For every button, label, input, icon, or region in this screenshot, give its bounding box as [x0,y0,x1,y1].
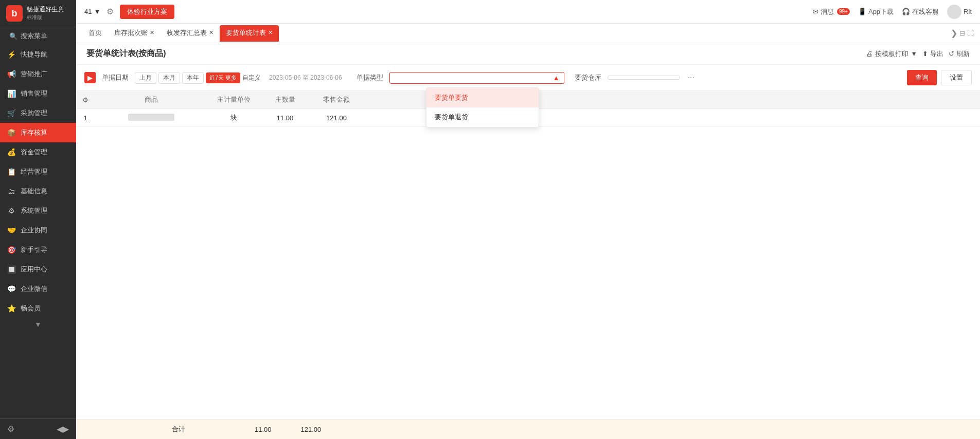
sales-icon: 📊 [6,89,16,98]
tab-receipt-summary-close[interactable]: ✕ [209,29,213,36]
dropdown-item-order-return[interactable]: 要货单退货 [426,107,539,127]
user-profile[interactable]: Rit [947,5,972,19]
print-button[interactable]: 🖨 按模板打印 ▼ [866,49,917,59]
sidebar-item-system[interactable]: ⚙ 系统管理 [0,201,76,221]
sidebar-item-base-info[interactable]: 🗂 基础信息 [0,181,76,201]
export-icon: ⬆ [922,50,928,58]
sidebar-item-finance[interactable]: 💰 资金管理 [0,142,76,162]
sidebar-item-app-center[interactable]: 🔲 应用中心 [0,260,76,279]
finance-icon: 💰 [6,148,16,156]
date-custom-btn[interactable]: 自定义 [242,74,261,82]
row-num: 1 [76,109,95,127]
store-num: 41 [84,8,92,15]
more-filters-button[interactable]: ··· [688,73,694,82]
date-btn-last-month[interactable]: 上月 [135,72,156,84]
inventory-icon: 📦 [6,129,16,137]
sidebar-logo: b 畅捷通好生意 标准版 [0,0,76,27]
warehouse-label: 要货仓库 [575,73,601,82]
row-goods [95,109,208,127]
sidebar-item-inventory[interactable]: 📦 库存核算 [0,123,76,142]
trial-button[interactable]: 体验行业方案 [120,5,174,19]
gear-icon[interactable]: ⚙ [106,7,114,16]
sidebar-item-marketing[interactable]: 📢 营销推广 [0,64,76,84]
date-btn-this-month[interactable]: 本月 [158,72,180,84]
query-button[interactable]: 查询 [907,70,937,85]
col-settings[interactable]: ⚙ [76,91,95,109]
sidebar-item-label: 营销推广 [21,69,47,79]
col-goods-header: 商品 [95,91,208,109]
page-header-actions: 🖨 按模板打印 ▼ ⬆ 导出 ↺ 刷新 [866,49,970,59]
page-header: 要货单统计表(按商品) 🖨 按模板打印 ▼ ⬆ 导出 ↺ 刷新 [76,43,980,65]
page-content: 要货单统计表(按商品) 🖨 按模板打印 ▼ ⬆ 导出 ↺ 刷新 ▶ [76,43,980,439]
sidebar-item-sales[interactable]: 📊 销售管理 [0,84,76,103]
cooperation-icon: 🤝 [6,226,16,234]
sidebar-search[interactable]: 🔍 搜索菜单 [0,27,76,45]
print-chevron-icon: ▼ [911,50,917,58]
dropdown-item-order-goods[interactable]: 要货单要货 [426,88,539,107]
tabs-fullscreen-icon[interactable]: ⛶ [967,29,974,37]
sidebar-item-wechat[interactable]: 💬 企业微信 [0,279,76,299]
tabs-expand-button[interactable]: ❯ [951,28,957,38]
tab-inventory-batch[interactable]: 库存批次账 ✕ [108,25,161,42]
tab-home[interactable]: 首页 [82,25,108,42]
sidebar-item-purchase[interactable]: 🛒 采购管理 [0,103,76,123]
app-download-label: App下载 [868,7,894,16]
date-btn-this-year[interactable]: 本年 [182,72,204,84]
settings-icon[interactable]: ⚙ [7,424,14,434]
purchase-icon: 🛒 [6,109,16,117]
store-selector[interactable]: 41 ▼ [84,8,100,15]
type-input[interactable]: ▲ [389,72,564,84]
page-title: 要货单统计表(按商品) [86,48,166,59]
messages-button[interactable]: ✉ 消息 99+ [813,7,850,16]
message-label: 消息 [821,7,834,16]
sidebar: b 畅捷通好生意 标准版 🔍 搜索菜单 ⚡ 快捷导航 📢 营销推广 📊 销售管理… [0,0,76,439]
scroll-down-icon[interactable]: ▼ [34,320,42,328]
service-icon: 🎧 [902,8,910,15]
footer-label: 合计 [172,425,185,434]
tab-order-summary[interactable]: 要货单统计表 ✕ [220,25,279,42]
table-area: ⚙ 商品 主计量单位 主数量 零售金额 1 块 [76,91,980,419]
message-badge: 99+ [837,8,850,15]
sidebar-item-label: 库存核算 [21,128,47,137]
tab-home-label: 首页 [88,28,102,38]
sidebar-item-label: 基础信息 [21,187,47,196]
app-logo-icon: b [6,5,23,22]
sidebar-item-cooperation[interactable]: 🤝 企业协同 [0,221,76,240]
tab-inventory-batch-close[interactable]: ✕ [150,29,154,36]
settings-button[interactable]: 设置 [941,70,972,85]
date-btn-more[interactable]: 近7天 更多 [206,72,240,83]
refresh-button[interactable]: ↺ 刷新 [949,49,970,59]
warehouse-input[interactable] [608,76,680,80]
export-label: 导出 [930,49,943,59]
sidebar-item-guide[interactable]: 🎯 新手引导 [0,240,76,260]
download-icon: 📱 [858,8,866,15]
tab-receipt-summary[interactable]: 收发存汇总表 ✕ [161,25,220,42]
print-label: 按模板打印 [875,49,908,59]
app-sub: 标准版 [27,14,64,21]
chevron-right-icon: ❯ [951,28,957,38]
sidebar-item-label: 系统管理 [21,206,47,215]
dropdown-item-label: 要货单退货 [435,113,468,121]
sidebar-item-label: 新手引导 [21,245,47,254]
search-label: 搜索菜单 [21,31,47,41]
sidebar-item-vip[interactable]: ⭐ 畅会员 [0,299,76,318]
app-download-button[interactable]: 📱 App下载 [858,7,894,16]
type-dropdown: 要货单要货 要货单退货 [426,87,539,127]
main-area: 41 ▼ ⚙ 体验行业方案 ✉ 消息 99+ 📱 App下载 🎧 在线客服 R [76,0,980,439]
base-info-icon: 🗂 [6,187,16,195]
search-icon: 🔍 [9,32,17,40]
header-left: 41 ▼ ⚙ 体验行业方案 [84,5,174,19]
sidebar-item-operations[interactable]: 📋 经营管理 [0,162,76,181]
row-qty: 11.00 [259,109,311,127]
export-button[interactable]: ⬆ 导出 [922,49,943,59]
sidebar-item-quick-nav[interactable]: ⚡ 快捷导航 [0,45,76,64]
refresh-icon: ↺ [949,50,954,58]
col-unit-header: 主计量单位 [208,91,259,109]
tab-order-summary-close[interactable]: ✕ [268,29,273,36]
online-service-button[interactable]: 🎧 在线客服 [902,7,939,16]
collapse-icon[interactable]: ◀▶ [57,424,69,434]
app-name: 畅捷通好生意 [27,6,64,14]
guide-icon: 🎯 [6,246,16,254]
filter-expand-button[interactable]: ▶ [84,72,96,83]
tabs-minimize-icon[interactable]: ⊟ [959,29,965,37]
